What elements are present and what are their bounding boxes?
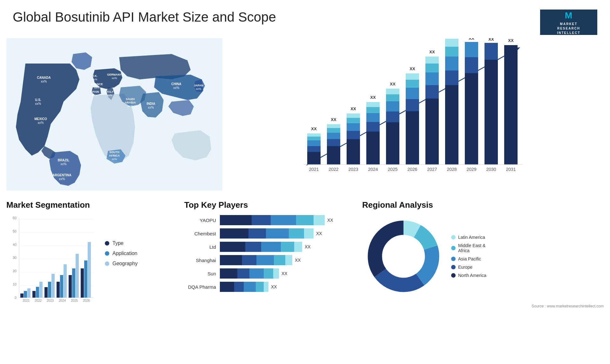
player-row-ltd: Ltd XX	[184, 242, 349, 252]
svg-text:2027: 2027	[427, 167, 437, 172]
svg-rect-121	[27, 288, 30, 298]
regional-legend: Latin America Middle East &Africa Asia P…	[451, 235, 486, 278]
segmentation-title: Market Segmentation	[6, 200, 172, 210]
svg-rect-44	[327, 128, 340, 133]
svg-rect-67	[406, 88, 419, 99]
svg-rect-87	[485, 60, 498, 165]
svg-text:2029: 2029	[466, 167, 476, 172]
svg-rect-42	[327, 139, 340, 146]
player-name-yaopu: YAOPU	[184, 218, 216, 223]
reg-dot-mea	[451, 246, 456, 250]
svg-rect-129	[51, 274, 55, 298]
svg-rect-83	[465, 73, 478, 165]
svg-text:U.S.: U.S.	[35, 98, 41, 102]
player-xx-yaopu: XX	[327, 218, 333, 223]
regional-section: Regional Analysis	[349, 200, 604, 349]
player-bar-chembest: XX	[220, 228, 349, 239]
svg-rect-57	[366, 102, 380, 107]
legend-item-geography: Geography	[105, 261, 138, 266]
svg-rect-124	[36, 287, 39, 298]
svg-text:ARGENTINA: ARGENTINA	[52, 173, 71, 177]
svg-text:40: 40	[13, 243, 17, 246]
svg-rect-75	[425, 57, 439, 64]
svg-rect-72	[425, 85, 439, 98]
player-bar-shanghai: XX	[220, 255, 349, 265]
legend-dot-application	[105, 251, 109, 256]
key-players-title: Top Key Players	[184, 200, 349, 210]
svg-rect-63	[386, 89, 399, 94]
header: Global Bosutinib API Market Size and Sco…	[0, 0, 610, 38]
reg-legend-latin: Latin America	[451, 235, 486, 240]
svg-rect-41	[327, 146, 340, 165]
svg-text:xx%: xx%	[38, 121, 44, 125]
svg-text:FRANCE: FRANCE	[91, 83, 103, 86]
svg-text:SAUDI: SAUDI	[126, 98, 135, 101]
player-row-dqa: DQA Pharma XX	[184, 282, 349, 292]
svg-rect-73	[425, 72, 439, 85]
svg-text:2023: 2023	[47, 299, 54, 302]
svg-rect-43	[327, 133, 340, 139]
svg-rect-125	[39, 282, 43, 298]
svg-text:xx%: xx%	[112, 158, 117, 161]
legend-item-application: Application	[105, 251, 138, 256]
svg-rect-61	[386, 101, 399, 111]
legend-label-type: Type	[112, 240, 124, 246]
player-xx-ltd: XX	[305, 244, 311, 249]
svg-text:xx%: xx%	[35, 102, 41, 105]
svg-text:XX: XX	[429, 50, 435, 54]
svg-text:XX: XX	[350, 106, 356, 111]
svg-rect-128	[48, 282, 51, 298]
reg-dot-europe	[451, 265, 456, 269]
reg-legend-northamerica: North America	[451, 273, 486, 278]
legend-item-type: Type	[105, 240, 138, 246]
svg-rect-132	[60, 275, 63, 298]
svg-rect-119	[20, 293, 24, 298]
player-bar-yaopu: XX	[220, 215, 349, 225]
logo-line2: RESEARCH	[557, 26, 580, 31]
svg-text:2022: 2022	[35, 299, 42, 302]
svg-text:10: 10	[13, 282, 17, 286]
legend-dot-type	[105, 241, 109, 246]
logo-line1: MARKET	[560, 22, 578, 26]
svg-rect-81	[445, 39, 458, 47]
svg-rect-51	[347, 113, 360, 118]
player-row-chembest: Chembest XX	[184, 228, 349, 239]
svg-text:2025: 2025	[388, 167, 397, 172]
svg-rect-139	[81, 268, 84, 298]
svg-rect-135	[69, 275, 72, 298]
svg-text:XX: XX	[469, 38, 474, 41]
svg-rect-45	[327, 124, 340, 128]
svg-rect-54	[366, 122, 380, 131]
svg-text:xx%: xx%	[173, 86, 180, 90]
svg-rect-68	[406, 80, 419, 88]
page-title: Global Bosutinib API Market Size and Sco…	[13, 10, 276, 25]
svg-text:SOUTH: SOUTH	[109, 151, 119, 154]
svg-rect-47	[347, 139, 360, 165]
svg-text:ITALY: ITALY	[106, 90, 114, 93]
svg-rect-71	[425, 98, 439, 165]
reg-label-mea: Middle East &Africa	[458, 243, 485, 253]
svg-text:XX: XX	[331, 117, 336, 122]
svg-text:2021: 2021	[309, 167, 319, 172]
svg-text:xx%: xx%	[92, 78, 97, 81]
svg-rect-37	[307, 140, 321, 146]
player-name-sun: Sun	[184, 271, 216, 276]
logo: M MARKET RESEARCH INTELLECT	[540, 10, 597, 35]
svg-rect-65	[406, 111, 419, 165]
key-players-section: Top Key Players YAOPU XX Chembest	[172, 200, 349, 349]
player-xx-chembest: XX	[316, 231, 322, 236]
svg-text:2021: 2021	[23, 299, 30, 302]
svg-point-148	[383, 236, 424, 277]
svg-text:2024: 2024	[368, 167, 378, 172]
svg-rect-88	[485, 43, 498, 60]
player-bar-dqa: XX	[220, 282, 349, 292]
player-name-dqa: DQA Pharma	[184, 284, 216, 290]
player-bar-segments-chembest	[220, 228, 314, 239]
svg-text:SPAIN: SPAIN	[91, 90, 99, 93]
donut-chart-svg	[362, 215, 445, 298]
reg-label-europe: Europe	[458, 265, 472, 270]
svg-text:2024: 2024	[59, 299, 66, 302]
svg-text:CANADA: CANADA	[37, 76, 51, 79]
svg-text:xx%: xx%	[94, 86, 99, 89]
svg-text:CHINA: CHINA	[171, 82, 181, 86]
